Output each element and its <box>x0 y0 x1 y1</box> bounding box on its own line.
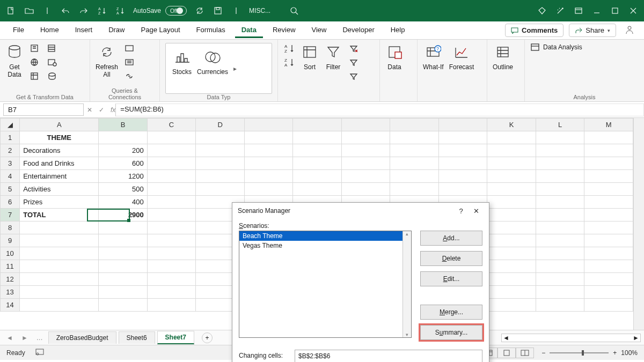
cell[interactable]: TOTAL <box>20 209 99 221</box>
from-table-icon[interactable] <box>29 71 41 82</box>
col-header[interactable] <box>293 119 342 131</box>
cell[interactable]: 2900 <box>99 209 148 221</box>
merge-button[interactable]: Merge... <box>420 305 482 320</box>
col-header[interactable] <box>341 119 390 131</box>
col-header[interactable]: K <box>487 119 536 131</box>
from-text-icon[interactable] <box>29 43 41 54</box>
tab-nav-next[interactable]: ► <box>18 334 31 342</box>
advanced-icon[interactable] <box>348 71 360 82</box>
row-header[interactable]: 13 <box>1 286 20 299</box>
connections-icon[interactable] <box>46 57 58 68</box>
cell[interactable]: Decorations <box>20 144 99 157</box>
new-file-icon[interactable] <box>5 5 16 16</box>
page-break-icon[interactable] <box>516 348 534 358</box>
data-tools-button[interactable]: Data <box>385 43 404 71</box>
summary-button[interactable]: Summary... <box>420 325 482 340</box>
stocks-button[interactable]: Stocks <box>172 48 192 76</box>
tab-data[interactable]: Data <box>235 23 263 38</box>
add-sheet-button[interactable]: + <box>202 333 213 343</box>
page-layout-icon[interactable] <box>497 348 516 358</box>
row-header[interactable]: 1 <box>1 131 20 144</box>
row-header[interactable]: 3 <box>1 157 20 170</box>
tab-insert[interactable]: Insert <box>69 23 99 38</box>
sort-asc-icon[interactable]: AZ <box>97 5 107 16</box>
tab-file[interactable]: File <box>6 23 31 38</box>
row-header[interactable]: 10 <box>1 247 20 260</box>
row-header[interactable]: 2 <box>1 144 20 157</box>
comments-button[interactable]: Comments <box>505 24 564 37</box>
reapply-icon[interactable] <box>348 57 360 68</box>
cell[interactable]: Activities <box>20 183 99 196</box>
sheet-tab[interactable]: Sheet6 <box>119 331 155 344</box>
add-button[interactable]: Add... <box>420 231 482 246</box>
zoom-control[interactable]: − + 100% <box>541 349 638 357</box>
scenarios-listbox[interactable]: Beach Theme Vegas Theme ▴▾ <box>239 231 412 338</box>
fx-icon[interactable]: fx <box>111 106 115 114</box>
maximize-icon[interactable] <box>610 5 620 16</box>
col-header[interactable]: A <box>20 119 99 131</box>
cell[interactable]: Prizes <box>20 196 99 209</box>
wand-icon[interactable] <box>555 5 566 16</box>
user-icon[interactable] <box>621 25 638 36</box>
name-box[interactable]: B7 <box>3 104 84 116</box>
tab-review[interactable]: Review <box>266 23 302 38</box>
undo-icon[interactable] <box>60 5 71 16</box>
col-header[interactable]: D <box>196 119 245 131</box>
tab-developer[interactable]: Developer <box>336 23 380 38</box>
row-header[interactable]: 4 <box>1 170 20 183</box>
listbox-scrollbar[interactable]: ▴▾ <box>402 231 411 337</box>
cell[interactable]: THEME <box>20 131 99 144</box>
cell[interactable]: Food and Drinks <box>20 157 99 170</box>
tab-draw[interactable]: Draw <box>102 23 131 38</box>
close-icon[interactable] <box>628 5 639 16</box>
row-header[interactable]: 6 <box>1 196 20 209</box>
properties-icon[interactable] <box>123 57 135 68</box>
edit-button[interactable]: Edit... <box>420 271 482 286</box>
delete-button[interactable]: Delete <box>420 251 482 266</box>
horizontal-scrollbar[interactable]: ◄► <box>501 334 641 342</box>
col-header[interactable]: C <box>147 119 196 131</box>
formula-input[interactable]: =SUM(B2:B6) <box>115 104 644 116</box>
share-button[interactable]: Share ▾ <box>569 24 616 37</box>
cell[interactable]: 400 <box>99 196 148 209</box>
tab-view[interactable]: View <box>305 23 333 38</box>
tab-overflow[interactable]: … <box>33 334 46 342</box>
clear-filter-icon[interactable] <box>348 43 360 54</box>
sort-az-icon[interactable]: AZ <box>283 43 295 54</box>
cell[interactable]: 600 <box>99 157 148 170</box>
cell[interactable]: 500 <box>99 183 148 196</box>
links-icon[interactable] <box>123 71 135 82</box>
tab-home[interactable]: Home <box>34 23 65 38</box>
select-all[interactable]: ◢ <box>1 119 20 131</box>
refresh-icon[interactable] <box>194 5 205 16</box>
row-header[interactable]: 14 <box>1 299 20 312</box>
window-icon[interactable] <box>573 5 584 16</box>
col-header[interactable]: M <box>584 119 633 131</box>
data-analysis-button[interactable]: Data Analysis <box>530 43 582 51</box>
cell[interactable]: Entertainment <box>20 170 99 183</box>
row-header[interactable]: 8 <box>1 221 20 234</box>
cancel-icon[interactable]: ✕ <box>87 106 92 114</box>
sort-desc-icon[interactable]: ZA <box>115 5 126 16</box>
whatif-button[interactable]: ? What-If <box>423 43 444 71</box>
row-header[interactable]: 11 <box>1 260 20 273</box>
help-icon[interactable]: ? <box>453 207 469 215</box>
row-header[interactable]: 5 <box>1 183 20 196</box>
forecast-button[interactable]: Forecast <box>449 43 474 71</box>
currencies-button[interactable]: Currencies <box>197 48 228 76</box>
open-icon[interactable] <box>24 5 34 16</box>
sheet-tab[interactable]: ZeroBasedBudget <box>48 331 116 344</box>
refresh-all-button[interactable]: Refresh All <box>96 43 118 78</box>
save-icon[interactable] <box>213 5 223 16</box>
col-header[interactable]: L <box>536 119 584 131</box>
row-header[interactable]: 9 <box>1 234 20 247</box>
tab-help[interactable]: Help <box>384 23 412 38</box>
row-header[interactable]: 12 <box>1 273 20 286</box>
queries-icon[interactable] <box>123 43 135 54</box>
autosave-toggle[interactable]: Off <box>165 6 187 16</box>
outline-button[interactable]: Outline <box>493 43 513 71</box>
recent-sources-icon[interactable] <box>46 43 58 54</box>
get-data-button[interactable]: Get Data <box>5 43 24 78</box>
redo-icon[interactable] <box>78 5 89 16</box>
filter-button[interactable]: Filter <box>324 43 342 71</box>
